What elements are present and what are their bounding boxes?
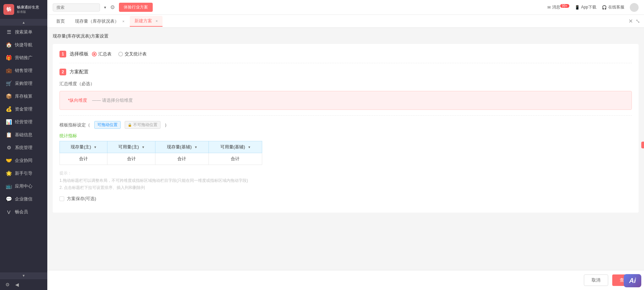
app-download-label: App下载 bbox=[581, 4, 596, 10]
sidebar-item-basicinfo[interactable]: 📋 基础信息 bbox=[0, 128, 47, 141]
sidebar-item-label: 企业微信 bbox=[15, 196, 32, 202]
tab-home[interactable]: 首页 bbox=[51, 16, 70, 26]
sidebar-item-purchase[interactable]: 🛒 采购管理 bbox=[0, 77, 47, 90]
sidebar-scroll-up[interactable]: ▲ bbox=[0, 19, 47, 26]
dimension-placeholder: —— 请选择分组维度 bbox=[92, 98, 133, 103]
sidebar-item-label: 新手引导 bbox=[15, 170, 32, 176]
home-icon: 🏠 bbox=[5, 42, 12, 48]
phone-icon: 📱 bbox=[575, 5, 580, 10]
trial-btn[interactable]: 体验行业方案 bbox=[119, 3, 153, 12]
search-input[interactable] bbox=[53, 3, 100, 11]
section2-header: 2 方案配置 bbox=[59, 69, 632, 75]
sidebar-item-sales[interactable]: 💼 销售管理 bbox=[0, 64, 47, 77]
settings-icon[interactable]: ⚙ bbox=[5, 282, 10, 287]
col4-dropdown-icon[interactable]: ▾ bbox=[248, 145, 250, 149]
sidebar-item-guide[interactable]: 🌟 新手引导 bbox=[0, 167, 47, 180]
sidebar-item-search[interactable]: ☰ 搜索菜单 bbox=[0, 26, 47, 39]
indicator-setting: 模板指标设定（ 可拖动位置 🔒 不可拖动位置 ） bbox=[59, 121, 632, 129]
message-label: 消息 bbox=[552, 4, 560, 10]
section1-num: 1 bbox=[59, 51, 66, 57]
page-title: 现存量(库存状况表)方案设置 bbox=[53, 33, 639, 39]
draggable-toggle[interactable]: 可拖动位置 bbox=[94, 121, 121, 129]
radio-cross[interactable]: 交叉统计表 bbox=[118, 51, 147, 57]
save-checkbox[interactable] bbox=[59, 196, 64, 201]
message-badge: 99+ bbox=[560, 4, 569, 8]
close-panel-icon[interactable]: ✕ bbox=[628, 18, 633, 24]
app-download-btn[interactable]: 📱 App下载 bbox=[575, 4, 596, 10]
sidebar-item-label: 畅会员 bbox=[15, 209, 28, 215]
col-header-3[interactable]: 现存量(基辅) ▾ bbox=[155, 141, 208, 153]
app-name-block: 畅康通好生意 标准版 bbox=[17, 5, 39, 14]
search-menu-icon: ☰ bbox=[5, 29, 12, 35]
cell-1-2: 合计 bbox=[107, 153, 155, 165]
col3-dropdown-icon[interactable]: ▾ bbox=[195, 145, 197, 149]
divider2 bbox=[59, 115, 632, 116]
sidebar-item-wechat[interactable]: 💬 企业微信 bbox=[0, 193, 47, 206]
tab-inventory[interactable]: 现存量（库存状况表） × bbox=[70, 16, 129, 26]
sidebar-item-appcenter[interactable]: 📺 应用中心 bbox=[0, 180, 47, 193]
sidebar-item-marketing[interactable]: 🎁 营销推广 bbox=[0, 51, 47, 64]
sidebar-item-label: 经营管理 bbox=[15, 119, 32, 125]
bottom-bar: 取消 查询 bbox=[47, 270, 644, 290]
wechat-icon: 💬 bbox=[5, 196, 12, 202]
online-service-label: 在线客服 bbox=[608, 4, 624, 10]
appcenter-icon: 📺 bbox=[5, 183, 12, 189]
user-avatar[interactable] bbox=[630, 3, 639, 12]
sidebar-item-finance[interactable]: 💰 资金管理 bbox=[0, 103, 47, 116]
col2-dropdown-icon[interactable]: ▾ bbox=[142, 145, 144, 149]
sidebar-scroll-down[interactable]: ▼ bbox=[0, 272, 47, 279]
guide-icon: 🌟 bbox=[5, 170, 12, 176]
save-label: 方案保存(可选) bbox=[67, 196, 96, 202]
sidebar-item-collab[interactable]: 🤝 企业协同 bbox=[0, 154, 47, 167]
ai-badge[interactable]: Ai bbox=[624, 274, 641, 287]
sidebar-footer: ⚙ ◀ bbox=[0, 279, 47, 290]
col-header-4[interactable]: 可用量(基辅) ▾ bbox=[208, 141, 262, 153]
tab-new-plan-close[interactable]: × bbox=[155, 19, 157, 23]
tab-inventory-close[interactable]: × bbox=[122, 19, 124, 23]
tab-new-plan[interactable]: 新建方案 × bbox=[130, 16, 162, 27]
sidebar-item-label: 销售管理 bbox=[15, 68, 32, 74]
gift-icon: 🎁 bbox=[5, 55, 12, 61]
purchase-icon: 🛒 bbox=[5, 80, 12, 87]
collapse-icon[interactable]: ◀ bbox=[15, 282, 19, 287]
dimension-required-label: 汇总维度（必选） bbox=[59, 81, 632, 87]
col-header-1[interactable]: 现存量(主) ▾ bbox=[60, 141, 107, 153]
topbar-right: ✉ 消息 99+ 📱 App下载 🎧 在线客服 bbox=[547, 3, 639, 12]
col-header-2[interactable]: 可用量(主) ▾ bbox=[107, 141, 155, 153]
tab-home-label: 首页 bbox=[56, 18, 65, 24]
app-version: 标准版 bbox=[17, 10, 39, 14]
indicator-setting-label: 模板指标设定（ bbox=[59, 122, 90, 128]
message-btn[interactable]: ✉ 消息 99+ bbox=[547, 4, 569, 10]
tip2: 2. 点击标题栏下拉可设置排序、插入列和删除列 bbox=[59, 184, 632, 192]
template-radio-group: 汇总表 交叉统计表 bbox=[92, 51, 147, 57]
not-draggable-box: 🔒 不可拖动位置 bbox=[125, 121, 160, 129]
radio-summary-label: 汇总表 bbox=[98, 51, 112, 57]
message-icon: ✉ bbox=[547, 5, 551, 10]
app-logo-icon: 畅 bbox=[3, 4, 14, 15]
sidebar-item-member[interactable]: V 畅会员 bbox=[0, 206, 47, 218]
sidebar-item-system[interactable]: ⚙ 系统管理 bbox=[0, 141, 47, 154]
radio-summary[interactable]: 汇总表 bbox=[92, 51, 112, 57]
app-name: 畅康通好生意 bbox=[17, 5, 39, 10]
sidebar-nav: ☰ 搜索菜单 🏠 快捷导航 🎁 营销推广 💼 销售管理 🛒 采购管理 📦 库存核… bbox=[0, 26, 47, 272]
col1-dropdown-icon[interactable]: ▾ bbox=[94, 145, 96, 149]
sidebar-item-quicknav[interactable]: 🏠 快捷导航 bbox=[0, 39, 47, 51]
lock-icon: 🔒 bbox=[128, 123, 132, 127]
inventory-icon: 📦 bbox=[5, 93, 12, 99]
dropdown-arrow-icon[interactable]: ▾ bbox=[104, 5, 106, 10]
online-service-btn[interactable]: 🎧 在线客服 bbox=[602, 4, 624, 10]
sidebar-item-label: 基础信息 bbox=[15, 132, 32, 138]
sidebar-item-management[interactable]: 📊 经营管理 bbox=[0, 116, 47, 128]
radio-cross-circle bbox=[118, 52, 123, 56]
sidebar-item-inventory[interactable]: 📦 库存核算 bbox=[0, 90, 47, 103]
dimension-alert: *纵向维度 —— 请选择分组维度 bbox=[59, 91, 632, 110]
cell-1-3: 合计 bbox=[155, 153, 208, 165]
stats-label: 统计指标 bbox=[59, 133, 632, 139]
cancel-button[interactable]: 取消 bbox=[584, 274, 608, 286]
right-tab-indicator[interactable] bbox=[641, 142, 644, 148]
sidebar-item-label: 应用中心 bbox=[15, 183, 32, 189]
gear-icon[interactable]: ⚙ bbox=[110, 4, 115, 10]
expand-icon[interactable]: ⤡ bbox=[636, 18, 640, 24]
not-draggable-label: 不可拖动位置 bbox=[133, 122, 157, 128]
section2-title: 方案配置 bbox=[70, 69, 89, 75]
